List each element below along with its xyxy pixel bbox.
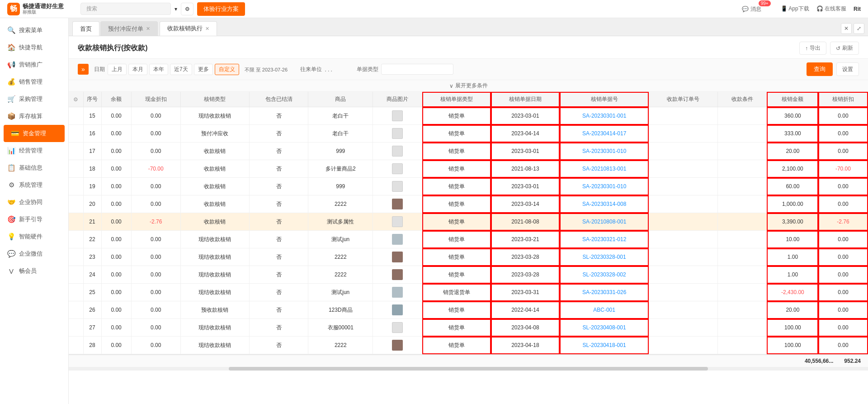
- expand-more-bar[interactable]: ∨ 展开更多条件: [69, 80, 868, 92]
- sidebar-item-basic[interactable]: 📋 基础信息: [0, 159, 68, 176]
- cell-goods: 测试多属性: [308, 213, 373, 231]
- cell-goods: 多计量商品2: [308, 160, 373, 178]
- date-label: 日期: [94, 66, 105, 73]
- bill-no-link[interactable]: SA-20230301-010: [582, 148, 626, 154]
- cell-receipt-order-no: [649, 301, 717, 319]
- cell-cash-discount: 0.00: [131, 125, 180, 143]
- sidebar-item-collab[interactable]: 🤝 企业协同: [0, 194, 68, 211]
- bill-no-link[interactable]: SA-20210813-001: [582, 166, 626, 172]
- cell-receipt-order-no: [649, 143, 717, 160]
- cell-goods: 123D商品: [308, 301, 373, 319]
- sidebar-item-sales[interactable]: 💰 销售管理: [0, 73, 68, 90]
- more-date-btn[interactable]: 更多: [194, 64, 213, 75]
- user-name[interactable]: Rit: [854, 6, 861, 12]
- bill-no-link[interactable]: SL-20230328-001: [583, 254, 626, 260]
- bill-no-link[interactable]: SA-20230331-026: [582, 289, 626, 295]
- sidebar-item-system[interactable]: ⚙ 系统管理: [0, 176, 68, 194]
- cell-included-settled: 否: [249, 125, 308, 143]
- cell-goods-img: [373, 248, 422, 266]
- last-7-days-btn[interactable]: 近7天: [170, 64, 192, 75]
- logo-icon: 畅: [7, 3, 20, 15]
- industry-button[interactable]: 体验行业方案: [197, 2, 245, 16]
- app-download[interactable]: 📱 App下载: [781, 5, 809, 13]
- cell-cancel-type: 收款核销: [180, 178, 249, 195]
- cell-cancel-discount: 0.00: [818, 125, 868, 143]
- this-month-btn[interactable]: 本月: [128, 64, 147, 75]
- last-month-btn[interactable]: 上月: [108, 64, 127, 75]
- bill-no-link[interactable]: SA-20230321-012: [582, 236, 626, 242]
- settings-button[interactable]: 设置: [836, 62, 859, 76]
- filter-expand-button[interactable]: »: [78, 64, 89, 75]
- cell-bill-date: 2023-03-21: [491, 231, 560, 248]
- custom-date-btn[interactable]: 自定义: [215, 64, 239, 75]
- tab-receipt-cancel-close[interactable]: ✕: [205, 26, 209, 32]
- bill-no-link[interactable]: SA-20230314-008: [582, 201, 626, 207]
- search-bar[interactable]: 搜索: [80, 3, 171, 15]
- operation-icon: 📊: [7, 147, 15, 155]
- cell-balance: 0.00: [101, 178, 131, 195]
- bill-no-link[interactable]: ABC-001: [593, 307, 615, 313]
- cell-included-settled: 否: [249, 143, 308, 160]
- bill-no-link[interactable]: SA-20210808-001: [582, 219, 626, 225]
- tab-close-button[interactable]: ✕: [841, 23, 852, 34]
- cell-num: 26: [83, 301, 101, 319]
- cell-bill-type: 销货单: [422, 213, 491, 231]
- bill-no-link[interactable]: SA-20230301-010: [582, 183, 626, 190]
- gear-button[interactable]: ⚙: [181, 3, 193, 15]
- tab-home[interactable]: 首页: [72, 21, 99, 36]
- cell-bill-type: 销货单: [422, 178, 491, 195]
- message-icon[interactable]: 💬 消息99+: [742, 5, 773, 13]
- export-button[interactable]: ↑ 导出: [799, 42, 826, 55]
- sidebar-item-operation[interactable]: 📊 经营管理: [0, 142, 68, 159]
- cell-cancel-amount: 10.00: [767, 231, 818, 248]
- bill-no-link[interactable]: SL-20230418-001: [583, 342, 626, 348]
- sidebar-item-purchase[interactable]: 🛒 采购管理: [0, 90, 68, 108]
- cell-bill-type: 销货单: [422, 195, 491, 213]
- sidebar-item-hardware[interactable]: 💡 智能硬件: [0, 228, 68, 245]
- cell-receipt-condition: [717, 160, 767, 178]
- cell-cancel-amount: 3,390.00: [767, 213, 818, 231]
- table-wrap[interactable]: ⚙ 序号 余额 现金折扣 核销类型 包含已结清 商品 商品图片 核销单据类型 核…: [69, 92, 868, 354]
- tab-prepay[interactable]: 预付冲应付单 ✕: [100, 21, 158, 36]
- online-service[interactable]: 🎧 在线客服: [816, 5, 846, 13]
- sidebar-item-nav[interactable]: 🏠 快捷导航: [0, 39, 68, 56]
- this-year-btn[interactable]: 本年: [149, 64, 168, 75]
- table-body: 15 0.00 0.00 现结收款核销 否 老白干 销货单 2023-03-01…: [69, 107, 868, 354]
- bill-no-link[interactable]: SL-20230328-002: [583, 271, 626, 278]
- cell-balance: 0.00: [101, 107, 131, 125]
- partner-input[interactable]: ...: [325, 65, 333, 73]
- cell-bill-no: SA-20230331-026: [560, 284, 649, 301]
- table-row: 27 0.00 0.00 现结收款核销 否 衣服00001 销货单 2023-0…: [69, 319, 868, 337]
- sidebar-item-member[interactable]: V 畅会员: [0, 262, 68, 280]
- basic-icon: 📋: [7, 164, 15, 172]
- tab-prepay-close[interactable]: ✕: [146, 26, 150, 32]
- bill-type-select[interactable]: [381, 64, 453, 75]
- tab-receipt-cancel-label: 收款核销执行: [167, 24, 203, 33]
- sidebar-item-wechat[interactable]: 💬 企业微信: [0, 245, 68, 262]
- sidebar-item-finance[interactable]: 💳 资金管理: [4, 125, 65, 142]
- col-gear[interactable]: ⚙: [69, 92, 83, 107]
- bill-no-link[interactable]: SA-20230414-017: [582, 130, 626, 137]
- cell-balance: 0.00: [101, 301, 131, 319]
- sidebar-item-search[interactable]: 🔍 搜索菜单: [0, 22, 68, 39]
- sidebar-item-marketing[interactable]: 📢 营销推广: [0, 56, 68, 73]
- cell-receipt-order-no: [649, 337, 717, 354]
- bill-no-link[interactable]: SA-20230301-001: [582, 113, 626, 119]
- cell-num: 28: [83, 337, 101, 354]
- tab-expand-button[interactable]: ⤢: [854, 23, 864, 34]
- tab-bar: 首页 预付冲应付单 ✕ 收款核销执行 ✕ ✕ ⤢: [69, 18, 868, 36]
- cell-bill-type: 销货单: [422, 319, 491, 337]
- cell-bill-type: 销货单: [422, 266, 491, 284]
- horizontal-scrollbar[interactable]: [69, 367, 868, 371]
- sidebar-item-inventory[interactable]: 📦 库存核算: [0, 108, 68, 125]
- dropdown-toggle[interactable]: ▾: [175, 6, 177, 12]
- bill-no-link[interactable]: SL-20230408-001: [583, 324, 626, 331]
- refresh-button[interactable]: ↺ 刷新: [830, 42, 859, 55]
- query-button[interactable]: 查询: [807, 62, 833, 76]
- cell-receipt-condition: [717, 213, 767, 231]
- cell-cancel-type: 现结收款核销: [180, 266, 249, 284]
- sidebar-item-guide[interactable]: 🎯 新手引导: [0, 211, 68, 228]
- sidebar-label-sales: 销售管理: [19, 78, 42, 86]
- cell-cancel-discount: 0.00: [818, 301, 868, 319]
- tab-receipt-cancel[interactable]: 收款核销执行 ✕: [160, 21, 217, 36]
